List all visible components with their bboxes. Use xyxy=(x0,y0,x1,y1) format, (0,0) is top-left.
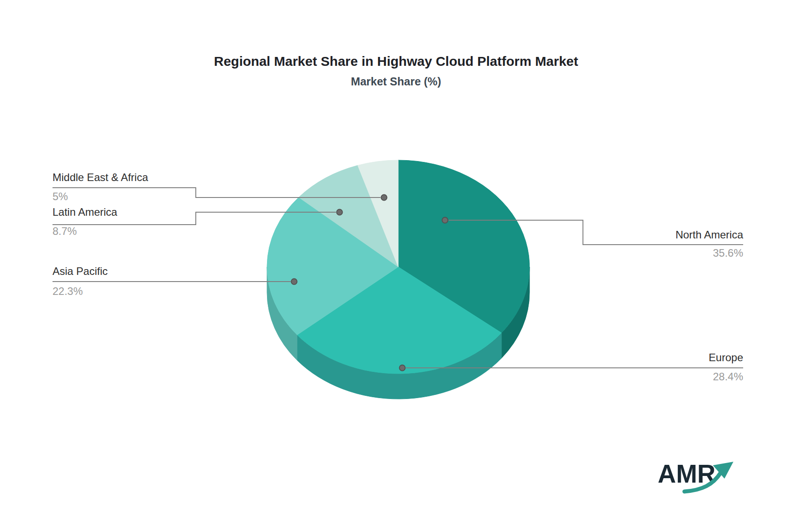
pie-value-north-america: 35.6% xyxy=(713,247,743,259)
pie-value-europe: 28.4% xyxy=(713,371,743,383)
connector-dot-europe xyxy=(400,365,405,371)
logo-arrow-tail xyxy=(684,472,721,492)
connector-dot-north-america xyxy=(442,218,448,223)
pie-label-europe: Europe xyxy=(709,352,743,363)
pie-label-asia-pacific: Asia Pacific xyxy=(53,266,108,277)
pie-label-north-america: North America xyxy=(676,229,743,241)
connector-dot-middle-east-africa xyxy=(381,195,387,201)
amr-logo-arrow-icon xyxy=(681,459,739,499)
pie-value-middle-east-africa: 5% xyxy=(53,191,68,202)
pie-value-asia-pacific: 22.3% xyxy=(53,286,83,297)
connector-dot-latin-america xyxy=(337,210,343,215)
pie-value-latin-america: 8.7% xyxy=(53,226,77,237)
pie-label-middle-east-africa: Middle East & Africa xyxy=(53,172,148,183)
pie-chart xyxy=(0,0,801,532)
pie-label-latin-america: Latin America xyxy=(53,206,117,218)
amr-logo: AMR xyxy=(658,459,742,499)
connector-dot-asia-pacific xyxy=(291,279,297,285)
chart-canvas: Regional Market Share in Highway Cloud P… xyxy=(0,0,801,532)
